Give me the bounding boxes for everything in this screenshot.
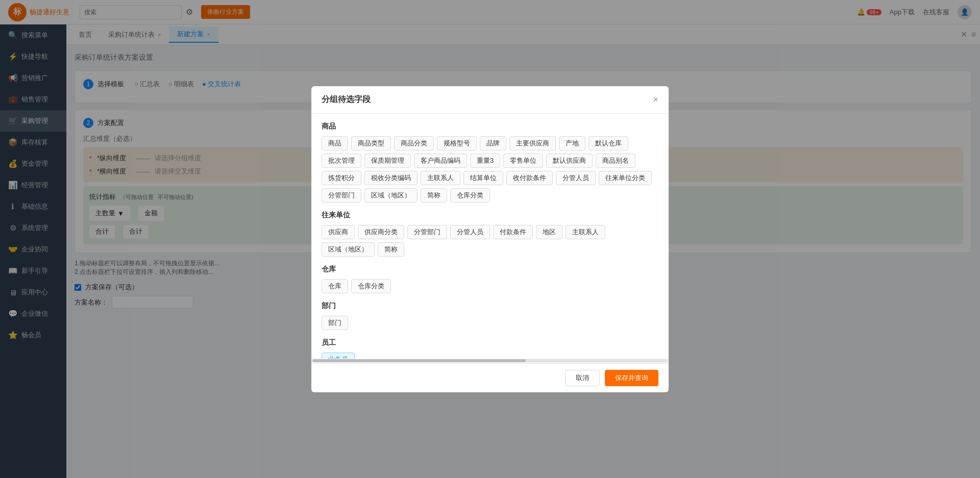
section-product: 商品 商品 商品类型 商品分类 规格型号 品牌 主要供应商 产地 默认仓库 批次…	[322, 122, 658, 203]
tag-tax-code[interactable]: 税收分类编码	[364, 171, 418, 185]
modal-close-button[interactable]: ×	[653, 94, 658, 105]
tag-brand[interactable]: 品牌	[480, 136, 506, 150]
section-partner-tags: 供应商 供应商分类 分管部门 分管人员 付款条件 地区 主联系人 区域（地区） …	[322, 225, 658, 257]
tag-weight3[interactable]: 重量3	[470, 154, 500, 168]
section-partner-title: 往来单位	[322, 211, 658, 220]
section-dept-tags: 部门	[322, 316, 658, 330]
tag-pick-points[interactable]: 拣货积分	[322, 171, 361, 185]
section-employee-title: 员工	[322, 338, 658, 347]
modal-header: 分组待选字段 ×	[311, 86, 669, 114]
confirm-button[interactable]: 保存并查询	[605, 370, 658, 386]
section-warehouse-tags: 仓库 仓库分类	[322, 279, 658, 293]
section-partner: 往来单位 供应商 供应商分类 分管部门 分管人员 付款条件 地区 主联系人 区域…	[322, 211, 658, 257]
tag-product-category[interactable]: 商品分类	[394, 136, 434, 150]
tag-wh-category[interactable]: 仓库分类	[351, 279, 391, 293]
tag-warehouse-category[interactable]: 仓库分类	[450, 188, 490, 203]
tag-abbr[interactable]: 简称	[378, 242, 404, 257]
tag-payment-cond[interactable]: 付款条件	[493, 225, 533, 239]
tag-spec-model[interactable]: 规格型号	[437, 136, 477, 150]
tag-short-name[interactable]: 简称	[421, 188, 447, 203]
cancel-button[interactable]: 取消	[565, 370, 600, 386]
section-product-title: 商品	[322, 122, 658, 131]
tag-manager[interactable]: 分管人员	[556, 171, 596, 185]
modal-horizontal-scrollbar[interactable]	[311, 359, 669, 363]
tag-batch-mgmt[interactable]: 批次管理	[322, 154, 361, 168]
modal-title: 分组待选字段	[322, 94, 371, 105]
tag-default-warehouse[interactable]: 默认仓库	[589, 136, 628, 150]
tag-warehouse[interactable]: 仓库	[322, 279, 348, 293]
tag-customer-code[interactable]: 客户商品编码	[414, 154, 467, 168]
tag-main-supplier[interactable]: 主要供应商	[509, 136, 556, 150]
field-select-modal: 分组待选字段 × 商品 商品 商品类型 商品分类 规格型号 品牌 主要供应商 产…	[311, 86, 669, 392]
tag-product[interactable]: 商品	[322, 136, 348, 150]
tag-product-type[interactable]: 商品类型	[351, 136, 391, 150]
section-department: 部门 部门	[322, 301, 658, 330]
tag-shelf-life[interactable]: 保质期管理	[364, 154, 411, 168]
modal-footer: 取消 保存并查询	[311, 363, 669, 392]
tag-supplier-category[interactable]: 供应商分类	[358, 225, 404, 239]
tag-partner-category[interactable]: 往来单位分类	[599, 171, 652, 185]
scrollbar-thumb[interactable]	[312, 359, 526, 362]
tag-retail-unit[interactable]: 零售单位	[503, 154, 543, 168]
tag-area[interactable]: 地区	[536, 225, 562, 239]
section-warehouse: 仓库 仓库 仓库分类	[322, 265, 658, 293]
section-employee: 员工 业务员	[322, 338, 658, 359]
section-warehouse-title: 仓库	[322, 265, 658, 274]
tag-dept[interactable]: 分管部门	[322, 188, 361, 203]
modal-body: 商品 商品 商品类型 商品分类 规格型号 品牌 主要供应商 产地 默认仓库 批次…	[311, 114, 669, 359]
tag-main-contact2[interactable]: 主联系人	[566, 225, 605, 239]
tag-manage-dept[interactable]: 分管部门	[407, 225, 447, 239]
tag-manage-staff[interactable]: 分管人员	[450, 225, 490, 239]
modal-overlay: 分组待选字段 × 商品 商品 商品类型 商品分类 规格型号 品牌 主要供应商 产…	[0, 0, 980, 478]
tag-region2[interactable]: 区域（地区）	[322, 242, 375, 257]
tag-default-supplier[interactable]: 默认供应商	[546, 154, 593, 168]
section-dept-title: 部门	[322, 301, 658, 311]
section-product-tags: 商品 商品类型 商品分类 规格型号 品牌 主要供应商 产地 默认仓库 批次管理 …	[322, 136, 658, 203]
tag-settlement-unit[interactable]: 结算单位	[463, 171, 503, 185]
scrollbar-track	[312, 359, 668, 362]
section-employee-tags: 业务员	[322, 353, 658, 359]
tag-department[interactable]: 部门	[322, 316, 348, 330]
tag-main-contact[interactable]: 主联系人	[421, 171, 460, 185]
tag-payment-terms[interactable]: 收付款条件	[506, 171, 553, 185]
tag-product-alias[interactable]: 商品别名	[596, 154, 635, 168]
tag-origin[interactable]: 产地	[559, 136, 585, 150]
tag-region[interactable]: 区域（地区）	[364, 188, 418, 203]
tag-salesperson[interactable]: 业务员	[322, 353, 355, 359]
tag-supplier[interactable]: 供应商	[322, 225, 355, 239]
